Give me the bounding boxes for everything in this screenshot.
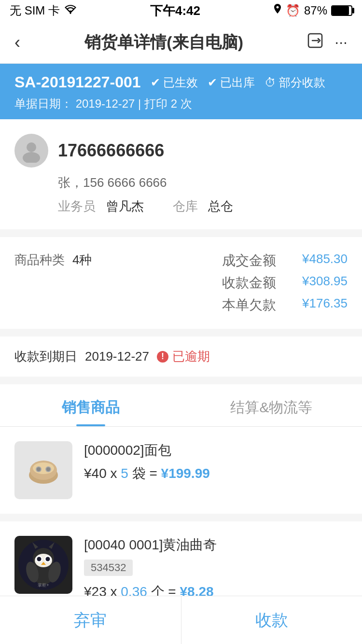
location-icon: [273, 4, 282, 17]
check-icon-2: ✔: [208, 76, 217, 89]
product-total: ¥199.99: [161, 466, 210, 481]
status-shipped: ✔ 已出库: [208, 75, 255, 90]
cancel-button[interactable]: 弃审: [0, 596, 181, 644]
svg-point-3: [23, 152, 40, 163]
svg-point-9: [37, 467, 41, 471]
status-time: 下午4:42: [150, 2, 200, 19]
page-title: 销货单详情(来自电脑): [84, 31, 243, 54]
status-partial-payment: ⏱ 部分收款: [265, 75, 325, 90]
overdue-icon: !: [157, 351, 168, 363]
summary-section: 商品种类 4种 成交金额 ¥485.30 收款金额 ¥308.95 本单欠款 ¥…: [0, 237, 362, 329]
product-sku: 534532: [84, 560, 133, 576]
customer-card: 17666666666 张，156 6666 6666 业务员 曾凡杰 仓库 总…: [0, 119, 362, 229]
customer-avatar: [14, 134, 48, 168]
due-date-section: 收款到期日 2019-12-27 ! 已逾期: [0, 336, 362, 377]
product-qty: 5: [121, 466, 128, 481]
svg-text:掌柜+: 掌柜+: [38, 583, 49, 588]
alarm-icon: ⏰: [286, 4, 300, 17]
sales-person-label: 业务员: [58, 199, 96, 213]
status-bar: 无 SIM 卡 下午4:42 ⏰ 87%: [0, 0, 362, 21]
more-button[interactable]: ···: [334, 33, 348, 51]
product-name: [0000002]面包: [84, 441, 348, 460]
order-date-row: 单据日期： 2019-12-27 | 打印 2 次: [14, 96, 348, 112]
transaction-amount-value: ¥485.30: [302, 252, 348, 270]
collected-amount-value: ¥308.95: [302, 274, 348, 292]
tab-products[interactable]: 销售商品: [0, 384, 181, 426]
header-banner: SA-20191227-001 ✔ 已生效 ✔ 已出库 ⏱ 部分收款 单据日期：…: [0, 64, 362, 119]
order-id: SA-20191227-001: [14, 73, 141, 91]
battery-icon: [331, 5, 352, 16]
svg-point-10: [46, 467, 50, 471]
nav-bar: ‹ 销货单详情(来自电脑) ···: [0, 21, 362, 64]
customer-name-phone: 张，156 6666 6666: [14, 174, 348, 191]
svg-point-0: [70, 13, 71, 14]
summary-right: 成交金额 ¥485.30 收款金额 ¥308.95 本单欠款 ¥176.35: [222, 252, 348, 314]
overdue-text: 已逾期: [172, 348, 210, 365]
tabs-section: 销售商品 结算&物流等: [0, 384, 362, 427]
product-thumb: 掌柜+: [14, 536, 72, 594]
clock-icon: ⏱: [265, 76, 276, 89]
status-right: ⏰ 87%: [273, 4, 352, 17]
check-icon-1: ✔: [151, 76, 160, 89]
balance-label: 本单欠款: [222, 296, 276, 314]
back-button[interactable]: ‹: [14, 32, 20, 53]
status-effective: ✔ 已生效: [151, 75, 198, 90]
overdue-badge: ! 已逾期: [157, 348, 210, 365]
order-id-row: SA-20191227-001 ✔ 已生效 ✔ 已出库 ⏱ 部分收款: [14, 73, 348, 91]
due-date-value: 2019-12-27: [85, 349, 149, 364]
carrier-label: 无 SIM 卡: [10, 3, 60, 18]
svg-point-2: [27, 142, 36, 152]
wifi-icon: [64, 4, 77, 17]
tab-settlement[interactable]: 结算&物流等: [181, 384, 362, 426]
collected-amount-label: 收款金额: [222, 274, 276, 292]
list-item: [0000002]面包 ¥40 x 5 袋 = ¥199.99: [0, 427, 362, 514]
product-list: [0000002]面包 ¥40 x 5 袋 = ¥199.99: [0, 427, 362, 616]
product-price: ¥40 x 5 袋 = ¥199.99: [84, 464, 348, 483]
due-date-label: 收款到期日: [14, 348, 77, 365]
customer-phone: 17666666666: [58, 140, 164, 161]
battery-label: 87%: [304, 4, 327, 17]
product-info: [00040 0001]黄油曲奇 534532 ¥23 x 0.36 个 = ¥…: [84, 536, 348, 601]
customer-top: 17666666666: [14, 134, 348, 168]
nav-actions: ···: [307, 33, 348, 52]
balance-value: ¥176.35: [302, 296, 348, 314]
bottom-actions: 弃审 收款: [0, 596, 362, 644]
transaction-amount-label: 成交金额: [222, 252, 276, 270]
product-name: [00040 0001]黄油曲奇: [84, 536, 348, 554]
sales-person-value: 曾凡杰: [106, 199, 144, 213]
summary-left: 商品种类 4种: [14, 252, 92, 268]
status-left: 无 SIM 卡: [10, 3, 77, 18]
share-button[interactable]: [307, 33, 323, 52]
customer-meta: 业务员 曾凡杰 仓库 总仓: [14, 198, 348, 215]
warehouse-value: 总仓: [208, 199, 233, 213]
product-thumb: [14, 441, 72, 499]
svg-point-19: [37, 557, 42, 561]
product-type-value: 4种: [72, 252, 92, 268]
product-type-label: 商品种类: [14, 252, 65, 268]
warehouse-label: 仓库: [173, 199, 198, 213]
product-info: [0000002]面包 ¥40 x 5 袋 = ¥199.99: [84, 441, 348, 483]
svg-point-20: [46, 557, 50, 561]
confirm-button[interactable]: 收款: [181, 596, 362, 644]
